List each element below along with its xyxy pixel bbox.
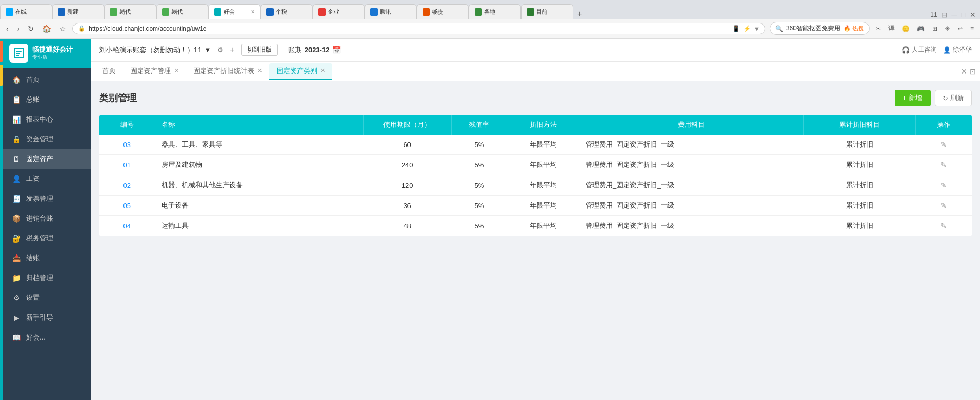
sidebar-item-payroll[interactable]: 👤 工资: [3, 169, 91, 189]
sidebar-item-home[interactable]: 🏠 首页: [3, 70, 91, 90]
browser-tab-tengxun[interactable]: 腾讯: [365, 4, 417, 19]
sidebar-item-settings[interactable]: ⚙ 设置: [3, 288, 91, 308]
address-dropdown-icon[interactable]: ▼: [754, 26, 760, 32]
cell-code-2: 01: [99, 155, 155, 175]
tab-close-haohui[interactable]: ✕: [251, 9, 255, 15]
page-tab-fixed-assets-mgmt[interactable]: 固定资产管理 ✕: [123, 63, 186, 80]
browser-tab-qiye[interactable]: 企业: [313, 4, 365, 19]
browser-tab-zaixin[interactable]: 在线: [0, 4, 52, 19]
close-window-icon[interactable]: ✕: [970, 10, 976, 19]
browser-tab-yidai1[interactable]: 易代: [104, 4, 156, 19]
sidebar-item-ledger[interactable]: 📋 总账: [3, 90, 91, 110]
refresh-button[interactable]: ↻ 刷新: [935, 90, 972, 106]
tab-icon-geshui: [266, 8, 274, 16]
cell-name-4: 电子设备: [155, 196, 364, 216]
tab-label-yidai2: 易代: [171, 8, 203, 16]
payroll-nav-icon: 👤: [11, 174, 21, 184]
page-tab-close-icon[interactable]: ✕: [961, 67, 967, 76]
col-header-period: 使用期限（月）: [363, 115, 451, 135]
search-bar[interactable]: 🔍 360智能抠图免费用 🔥 热搜: [770, 22, 870, 35]
minimize-icon[interactable]: ─: [952, 10, 957, 19]
home-button[interactable]: 🏠: [40, 23, 53, 34]
tab-icon-muqian: [527, 8, 534, 16]
page-tab-asset-categories[interactable]: 固定资产类别 ✕: [269, 63, 332, 80]
ledger-nav-icon: 📋: [11, 95, 21, 104]
tab-bar: 在线 新建 易代 易代 好会 ✕ 个税 企业 腾讯: [0, 0, 980, 19]
browser-tab-changte[interactable]: 畅提: [417, 4, 469, 19]
sidebar-label-invoice: 发票管理: [26, 194, 53, 203]
browser-tab-yidai2[interactable]: 易代: [156, 4, 208, 19]
sidebar-item-haohui[interactable]: 📖 好会...: [3, 328, 91, 347]
user-name-text: 刘小艳演示账套（勿删勿动！）11: [99, 45, 201, 55]
browser-chrome: 在线 新建 易代 易代 好会 ✕ 个税 企业 腾讯: [0, 0, 980, 39]
tab-label-zaixin: 在线: [15, 8, 46, 16]
cell-expense-2: 管理费用_固定资产折旧_一级: [579, 155, 803, 175]
switch-version-button[interactable]: 切到旧版: [241, 44, 278, 56]
edit-button-2[interactable]: ✎: [940, 161, 947, 169]
sidebar-item-purchase-sales[interactable]: 📦 进销台账: [3, 209, 91, 228]
browser-tab-muqian[interactable]: 目前: [521, 4, 573, 19]
back-button[interactable]: ‹: [4, 23, 11, 34]
tax-nav-icon: 🔐: [11, 234, 21, 243]
cell-rate-2: 5%: [451, 155, 507, 175]
history-icon[interactable]: ↩: [956, 24, 965, 33]
browser-tab-geshui[interactable]: 个税: [260, 4, 313, 19]
scissors-icon[interactable]: ✂: [874, 24, 883, 33]
page-tab-fixed-assets-mgmt-close[interactable]: ✕: [174, 67, 179, 74]
table-header: 编号 名称 使用期限（月） 残值率 折旧方法 费用科目 累计折旧科目 操作: [99, 115, 972, 135]
edit-button-4[interactable]: ✎: [940, 201, 947, 210]
coin-icon[interactable]: 🪙: [900, 24, 912, 33]
table-row: 03 器具、工具、家具等 60 5% 年限平均 管理费用_固定资产折旧_一级 累…: [99, 135, 972, 155]
calendar-icon[interactable]: 📅: [332, 46, 341, 54]
add-account-icon[interactable]: +: [230, 45, 234, 55]
edit-button-1[interactable]: ✎: [940, 140, 947, 149]
tab-add-button[interactable]: +: [573, 9, 586, 19]
tab-icon-tengxun: [370, 8, 378, 16]
sidebar-item-guide[interactable]: ▶ 新手引导: [3, 308, 91, 328]
sun-icon[interactable]: ☀: [942, 24, 952, 33]
edit-button-3[interactable]: ✎: [940, 181, 947, 189]
browser-tab-xinjian[interactable]: 新建: [52, 4, 104, 19]
browser-tab-haohui[interactable]: 好会 ✕: [208, 4, 260, 19]
guide-nav-icon: ▶: [11, 313, 21, 322]
tab-label-muqian: 目前: [536, 8, 567, 16]
sidebar-item-close-books[interactable]: 📤 结账: [3, 248, 91, 268]
browser-tab-gedi[interactable]: 各地: [469, 4, 521, 19]
page-tab-home[interactable]: 首页: [95, 63, 123, 80]
maximize-icon[interactable]: □: [961, 10, 965, 19]
cell-action-4: ✎: [915, 196, 972, 216]
cell-accum-4: 累计折旧: [803, 196, 915, 216]
consult-button[interactable]: 🎧 人工咨询: [902, 45, 937, 54]
sidebar-item-reports[interactable]: 📊 报表中心: [3, 110, 91, 129]
address-bar[interactable]: 🔒 https://cloud.chanjet.com/accounting/u…: [72, 23, 765, 34]
tab-label-gedi: 各地: [484, 8, 515, 16]
sidebar-item-tax[interactable]: 🔐 税务管理: [3, 228, 91, 248]
search-text: 360智能抠图免费用: [786, 24, 840, 33]
add-category-button[interactable]: + 新增: [895, 90, 931, 106]
sidebar-item-archive[interactable]: 📁 归档管理: [3, 268, 91, 288]
forward-button[interactable]: ›: [15, 23, 22, 34]
page-tab-expand-icon[interactable]: ⊡: [970, 67, 976, 76]
cell-code-1: 03: [99, 135, 155, 155]
logo-title: 畅捷通好会计: [32, 45, 73, 54]
game-icon[interactable]: 🎮: [915, 24, 927, 33]
page-tab-depreciation-stats-close[interactable]: ✕: [257, 67, 262, 74]
sidebar-item-invoice[interactable]: 🧾 发票管理: [3, 189, 91, 209]
sidebar-item-fixed-assets[interactable]: 🖥 固定资产: [3, 149, 91, 169]
page-tab-asset-categories-close[interactable]: ✕: [320, 67, 325, 74]
cell-name-3: 机器、机械和其他生产设备: [155, 175, 364, 196]
menu-icon[interactable]: ≡: [968, 24, 976, 33]
edit-button-5[interactable]: ✎: [940, 222, 947, 230]
tab-list-icon[interactable]: ⊟: [941, 10, 948, 19]
dropdown-icon[interactable]: ▼: [204, 46, 211, 54]
reload-button[interactable]: ↻: [26, 23, 36, 34]
page-tab-depreciation-stats[interactable]: 固定资产折旧统计表 ✕: [186, 63, 269, 80]
settings-gear-icon[interactable]: ⚙: [217, 46, 224, 54]
app-header: 刘小艳演示账套（勿删勿动！）11 ▼ ⚙ + 切到旧版 账期 2023-12 📅…: [91, 39, 980, 62]
sidebar-item-funds[interactable]: 🔒 资金管理: [3, 129, 91, 149]
user-profile-button[interactable]: 👤 徐泽华: [943, 45, 972, 54]
bookmark-button[interactable]: ☆: [57, 23, 68, 34]
translate-icon[interactable]: 译: [886, 23, 897, 34]
grid-icon[interactable]: ⊞: [930, 24, 939, 33]
fixed-assets-nav-icon: 🖥: [11, 154, 21, 164]
